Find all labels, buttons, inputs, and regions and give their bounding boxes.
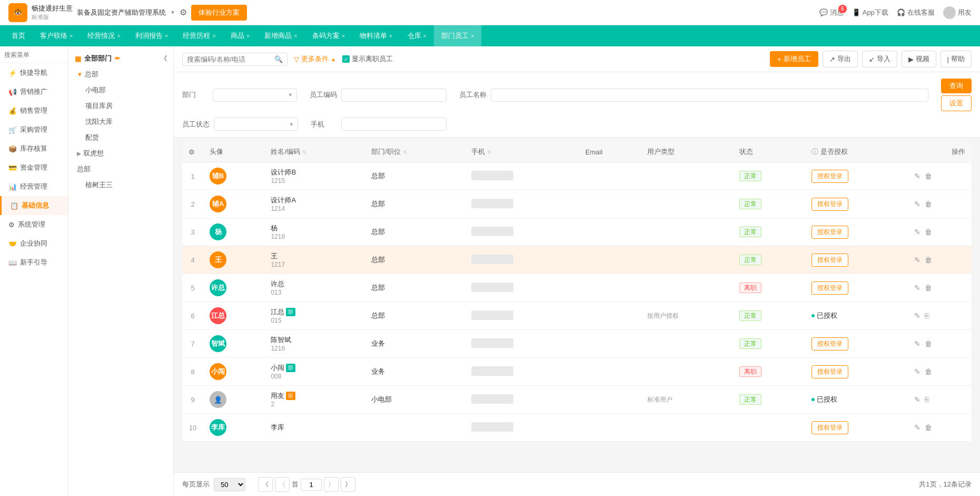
close-icon[interactable]: × <box>165 33 168 39</box>
sort-phone-icon[interactable]: ⇅ <box>487 149 491 155</box>
tab-profit[interactable]: 利润报告× <box>128 25 175 46</box>
dept-item-shenyang[interactable]: 沈阳大库 <box>68 114 173 130</box>
auth-button[interactable]: 授权登录 <box>811 170 848 183</box>
set-button[interactable]: 设置 <box>941 95 972 111</box>
edit-icon[interactable]: ✎ <box>914 172 920 180</box>
auth-button[interactable]: 授权登录 <box>811 281 848 295</box>
prev-page-btn[interactable]: 〈 <box>275 477 290 492</box>
dept-item-zhishu[interactable]: 植树王三 <box>68 177 173 193</box>
delete-icon[interactable]: 🗑 <box>925 172 932 180</box>
sidebar-item-sales[interactable]: 💰销售管理 <box>0 101 68 120</box>
copy-icon[interactable]: ⎘ <box>925 395 929 404</box>
tab-employee[interactable]: 部门员工× <box>434 25 481 46</box>
gear-button[interactable]: ⚙ <box>180 7 187 17</box>
sidebar-item-system[interactable]: ⚙系统管理 <box>0 215 68 234</box>
tab-barcode[interactable]: 条码方案× <box>305 25 352 46</box>
dept-item-peihuo[interactable]: 配货 <box>68 130 173 145</box>
edit-icon[interactable]: ✎ <box>914 256 920 264</box>
delete-icon[interactable]: 🗑 <box>925 339 932 348</box>
dept-select[interactable] <box>213 89 297 102</box>
tab-customer[interactable]: 客户联络× <box>33 25 80 46</box>
message-button[interactable]: 💬 6 消息 <box>819 8 844 17</box>
edit-icon[interactable]: ✎ <box>914 200 920 208</box>
tab-home[interactable]: 首页 <box>4 25 33 46</box>
sidebar-search-input[interactable] <box>4 51 68 59</box>
edit-icon[interactable]: ✎ <box>914 339 920 348</box>
tab-bom[interactable]: 物料清单× <box>352 25 400 46</box>
export-button[interactable]: ↗ 导出 <box>823 51 858 67</box>
auth-button[interactable]: 授权登录 <box>811 254 848 267</box>
tab-warehouse[interactable]: 仓库× <box>400 25 434 46</box>
edit-icon[interactable]: ✎ <box>914 367 920 376</box>
dept-item-zongbu2[interactable]: 总部 <box>68 161 173 177</box>
query-button[interactable]: 查询 <box>941 79 972 93</box>
col-phone[interactable]: 手机 ⇅ <box>465 142 579 162</box>
col-dept[interactable]: 部门/职位 ⇅ <box>365 142 465 162</box>
sidebar-item-collab[interactable]: 🤝企业协同 <box>0 234 68 253</box>
auth-button[interactable]: 授权登录 <box>811 198 848 211</box>
status-select[interactable] <box>214 118 298 131</box>
sidebar-item-nav[interactable]: ⚡快捷导航 <box>0 63 68 82</box>
experience-button[interactable]: 体验行业方案 <box>191 5 247 21</box>
help-button[interactable]: | 帮助 <box>941 51 972 67</box>
auth-button[interactable]: 授权登录 <box>811 421 848 434</box>
sidebar-item-purchase[interactable]: 🛒采购管理 <box>0 120 68 139</box>
show-inactive-checkbox[interactable]: ✓ 显示离职员工 <box>342 54 393 64</box>
dept-item-shuanghu[interactable]: ▶ 双虎想 <box>68 145 173 161</box>
system-dropdown-arrow[interactable]: ▼ <box>170 9 175 15</box>
empname-input[interactable] <box>491 89 928 102</box>
tab-goods[interactable]: 商品× <box>223 25 257 46</box>
dept-collapse-btn[interactable]: 《 <box>161 54 167 63</box>
close-icon[interactable]: × <box>117 33 120 39</box>
close-icon[interactable]: × <box>212 33 215 39</box>
tab-add-goods[interactable]: 新增商品× <box>257 25 304 46</box>
add-employee-button[interactable]: + 新增员工 <box>770 51 818 67</box>
close-icon[interactable]: × <box>342 33 345 39</box>
delete-icon[interactable]: 🗑 <box>925 284 932 292</box>
page-input[interactable] <box>301 479 322 491</box>
dept-item-zongbu[interactable]: ▼ 总部 <box>68 66 173 82</box>
copy-icon[interactable]: ⎘ <box>925 312 929 320</box>
close-icon[interactable]: × <box>70 33 73 39</box>
next-page-btn[interactable]: 〉 <box>324 477 339 492</box>
delete-icon[interactable]: 🗑 <box>925 256 932 264</box>
edit-icon[interactable]: ✎ <box>914 395 920 404</box>
video-button[interactable]: ▶ 视频 <box>902 51 936 67</box>
delete-icon[interactable]: 🗑 <box>925 228 932 236</box>
col-name[interactable]: 姓名/编码 ⇅ <box>264 142 364 162</box>
edit-icon[interactable]: ✎ <box>914 228 920 236</box>
tab-history[interactable]: 经营历程× <box>175 25 223 46</box>
auth-button[interactable]: 授权登录 <box>811 337 848 351</box>
dept-item-xiaodibu[interactable]: 小电部 <box>68 82 173 98</box>
user-avatar[interactable]: 用友 <box>943 6 972 19</box>
auth-button[interactable]: 授权登录 <box>811 226 848 239</box>
sidebar-item-mgmt[interactable]: 📊经营管理 <box>0 177 68 196</box>
dept-edit-icon[interactable]: ✏ <box>115 55 120 62</box>
sidebar-item-inventory[interactable]: 📦库存核算 <box>0 139 68 158</box>
page-size-select[interactable]: 50 100 <box>214 478 245 491</box>
edit-icon[interactable]: ✎ <box>914 423 920 432</box>
auth-button[interactable]: 授权登录 <box>811 365 848 378</box>
close-icon[interactable]: × <box>471 33 474 39</box>
close-icon[interactable]: × <box>423 33 427 39</box>
tab-operation[interactable]: 经营情况× <box>80 25 127 46</box>
sort-dept-icon[interactable]: ⇅ <box>403 149 407 155</box>
close-icon[interactable]: × <box>246 33 250 39</box>
delete-icon[interactable]: 🗑 <box>925 367 932 376</box>
empcode-input[interactable] <box>341 89 447 102</box>
first-page-btn[interactable]: 《 <box>258 477 273 492</box>
close-icon[interactable]: × <box>389 33 392 39</box>
dept-item-project[interactable]: 项目库房 <box>68 98 173 114</box>
phone-input[interactable] <box>341 118 447 131</box>
delete-icon[interactable]: 🗑 <box>925 423 932 432</box>
close-icon[interactable]: × <box>294 33 297 39</box>
app-download-button[interactable]: 📱 App下载 <box>852 8 888 17</box>
delete-icon[interactable]: 🗑 <box>925 200 932 208</box>
import-button[interactable]: ↙ 导入 <box>862 51 897 67</box>
online-service-button[interactable]: 🎧 在线客服 <box>897 8 935 17</box>
edit-icon[interactable]: ✎ <box>914 284 920 292</box>
col-settings[interactable]: ⚙ <box>182 142 203 162</box>
edit-icon[interactable]: ✎ <box>914 312 920 320</box>
sidebar-item-guide[interactable]: 📖新手引导 <box>0 253 68 272</box>
last-page-btn[interactable]: 》 <box>341 477 355 492</box>
